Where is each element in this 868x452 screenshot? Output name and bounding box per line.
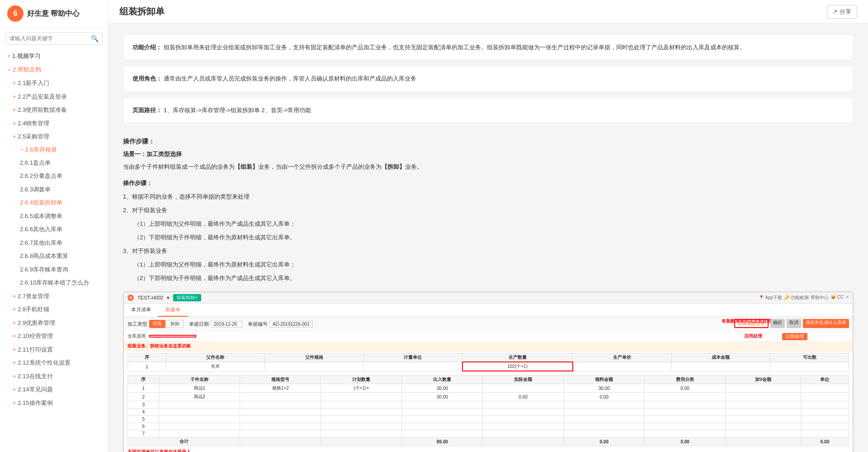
search-input[interactable] xyxy=(9,35,91,42)
content-area: 功能介绍： 组装拆卸单用来处理企业组装或拆卸等加工业务，支持有固定装配清单的产品… xyxy=(108,24,868,452)
expand-icon: + xyxy=(7,53,10,59)
mock-save-btn[interactable]: 保存并生成出入库单 xyxy=(803,319,849,328)
collapse-icon: − xyxy=(20,146,24,153)
sidebar-item-docs-212[interactable]: + 2.12系统个性化设置 xyxy=(13,356,108,370)
main-content: 组装拆卸单 ↗ 分享 功能介绍： 组装拆卸单用来处理企业组装或拆卸等加工业务，支… xyxy=(108,0,868,452)
app-title: 好生意 帮助中心 xyxy=(27,9,80,19)
mock-doc-no-input[interactable]: AD-20191226-001 xyxy=(269,321,313,328)
step3-subs: （1）上部明细为父件明细，最终作为原材料生成其它出库单； （2）下部明细为子件明… xyxy=(123,259,854,284)
sidebar-item-docs-27[interactable]: + 2.7资金管理 xyxy=(13,290,108,303)
mock-form-header: 加工类型 组装 拆卸 单据日期 2019-12-26 单据编号 xyxy=(124,317,853,331)
share-icon: ↗ xyxy=(833,8,838,15)
mock-doc-date-input[interactable]: 2019-12-26 xyxy=(211,321,242,328)
sidebar-item-docs-28[interactable]: + 2.8手机旺铺 xyxy=(13,303,108,316)
mock-enable-btn[interactable]: 立即处理 xyxy=(782,333,807,340)
mock-tabs-bar: 本月清单 新建单 xyxy=(124,304,853,317)
mock-topright: 📍 App下载 🔑 功能检测 帮助中心 🐱 CC ✕ xyxy=(759,295,849,301)
search-icon: 🔍 xyxy=(91,35,99,42)
sidebar-item-268[interactable]: 2.6.8商品成本重算 xyxy=(20,249,108,263)
table-row: 4 xyxy=(128,409,849,416)
mock-new-btn[interactable]: 组装拆卸+ xyxy=(173,294,201,301)
step2: 2、对于组装业务 xyxy=(123,205,854,216)
mock-select-assembly-btn[interactable]: 选择装配清单 xyxy=(734,319,769,328)
expand-icon: + xyxy=(13,93,18,100)
step1: 1、根据不同的业务，选择不同单据的类型来处理 xyxy=(123,191,854,203)
table-row: 2 商品2 30.00 0.00 0.00 xyxy=(128,393,849,401)
mock-tab-new[interactable]: 新建单 xyxy=(158,304,188,317)
screenshot-container: 6 TEST-H002 ▾ 组装拆卸+ 📍 App下载 🔑 功能检测 帮助中心 … xyxy=(123,291,854,452)
mock-lower-table: 序 子件名称 规格型号 计划数量 出入数量 实际金额 领料金额 费用分类 加V金… xyxy=(127,375,849,446)
sidebar-item-264[interactable]: 2.6.4组装拆卸单 xyxy=(20,196,108,209)
intro-section: 功能介绍： 组装拆卸单用来处理企业组装或拆卸等加工业务，支持有固定装配清单的产品… xyxy=(123,34,854,60)
sidebar-item-2610[interactable]: 2.6.10库存账本错了怎么办 xyxy=(20,276,108,290)
mock-titlebar: 6 TEST-H002 ▾ 组装拆卸+ 📍 App下载 🔑 功能检测 帮助中心 … xyxy=(124,292,853,304)
table-row: 5 xyxy=(128,416,849,423)
mock-enable-row: 仓库选用 启用处理 立即处理 xyxy=(124,331,853,342)
sidebar-item-video[interactable]: + 1.视频学习 xyxy=(0,49,108,63)
mock-field-doc-no: 单据编号 AD-20191226-001 xyxy=(248,321,313,328)
logo-icon: 6 xyxy=(7,5,24,22)
mock-close[interactable]: ✕ xyxy=(845,295,849,301)
share-button[interactable]: ↗ 分享 xyxy=(827,5,857,19)
sidebar-item-265[interactable]: 2.6.5成本调整单 xyxy=(20,209,108,223)
sidebar-item-267[interactable]: 2.6.7其他出库单 xyxy=(20,236,108,250)
step2-sub2: （2）下部明细为子件明细，最终作为原材料生成其它出库单。 xyxy=(134,232,854,243)
scene1-desc: 当由多个子件材料组装成一个成品的业务为【组装】业务，当由一个父件拆分成多个子产品… xyxy=(123,161,854,173)
collapse-icon: − xyxy=(7,66,11,73)
step3-sub1: （1）上部明细为父件明细，最终作为原材料生成其它出库单； xyxy=(134,259,854,271)
table-row: 1 关术 102(个+1) xyxy=(128,362,849,371)
sidebar-item-docs-215[interactable]: + 2.15操作案例 xyxy=(13,396,108,410)
sidebar-item-docs-22[interactable]: + 2.2产品安装及登录 xyxy=(13,90,108,104)
sidebar-item-docs-21[interactable]: + 2.1新手入门 xyxy=(13,76,108,90)
mock-annotation2-row: 组装业务、拆卸业务在这里切换 xyxy=(124,342,853,351)
path-label: 页面路径： xyxy=(132,107,162,114)
path-section: 页面路径： 1、库存核算->库存管理->组装拆卸单 2、首页->常用功能 xyxy=(123,97,854,123)
sidebar-item-docs-25[interactable]: + 2.5采购管理 xyxy=(13,130,108,143)
sidebar-item-269[interactable]: 2.6.9库存账本查询 xyxy=(20,263,108,276)
sidebar-item-262[interactable]: 2.6.2分量盘点单 xyxy=(20,169,108,183)
mock-type-assemble[interactable]: 组装 xyxy=(149,320,165,328)
intro-text: 组装拆卸单用来处理企业组装或拆卸等加工业务，支持有固定装配清单的产品加工业务，也… xyxy=(164,44,745,51)
table-row: 7 xyxy=(128,430,849,438)
mock-confirm-btn[interactable]: 确定 xyxy=(770,319,785,328)
sidebar-item-docs-23[interactable]: + 2.3使用前数据准备 xyxy=(13,103,108,117)
sidebar-item-docs-214[interactable]: + 2.14常见问题 xyxy=(13,383,108,396)
mock-cancel-btn[interactable]: 取消 xyxy=(787,319,801,328)
sidebar-item-docs-26[interactable]: − 2.6库存核算 xyxy=(13,143,108,156)
mock-field-doc-date: 单据日期 2019-12-26 xyxy=(189,321,242,328)
sidebar-sub-docs: + 2.1新手入门 + 2.2产品安装及登录 + 2.3使用前数据准备 + 2.… xyxy=(0,76,108,409)
sidebar-item-docs-24[interactable]: + 2.4销售管理 xyxy=(13,117,108,130)
sidebar-item-docs-210[interactable]: + 2.10经营管理 xyxy=(13,329,108,343)
annotation3: 启用处理 xyxy=(744,333,762,339)
sidebar-item-263[interactable]: 2.6.3调拨单 xyxy=(20,183,108,196)
role-text: 通常由生产人员或库管人员完成拆装业务的操作，库管人员确认原材料的出库和产成品的入… xyxy=(164,75,416,82)
sidebar-item-docs-29[interactable]: + 2.9优惠券管理 xyxy=(13,316,108,330)
sidebar-nav: + 1.视频学习 − 2.帮助文档 + 2.1新手入门 + 2.2产品安装及登录… xyxy=(0,49,108,452)
sidebar-item-261[interactable]: 2.6.1盘点单 xyxy=(20,156,108,170)
sidebar-item-docs[interactable]: − 2.帮助文档 xyxy=(0,63,108,76)
mock-lower-table-container: 序 子件名称 规格型号 计划数量 出入数量 实际金额 领料金额 费用分类 加V金… xyxy=(124,373,853,448)
search-box[interactable]: 🔍 xyxy=(5,32,103,45)
sidebar-item-label: 2.帮助文档 xyxy=(13,66,41,74)
sidebar-item-docs-211[interactable]: + 2.11打印设置 xyxy=(13,343,108,357)
annotation2-text: 组装业务、拆卸业务在这里切换 xyxy=(127,343,191,349)
expand-icon: + xyxy=(13,80,18,86)
mock-app: 6 TEST-H002 ▾ 组装拆卸+ 📍 App下载 🔑 功能检测 帮助中心 … xyxy=(123,292,853,452)
role-section: 使用角色： 通常由生产人员或库管人员完成拆装业务的操作，库管人员确认原材料的出库… xyxy=(123,66,854,91)
mock-upper-table-header: 序 父件名称 父件规格 计量单位 生产数量 生产单价 成本金额 可出数 xyxy=(128,353,849,362)
table-footer-row: 合计 89.00 0.00 0.00 0.00 xyxy=(128,438,849,446)
mock-tab-list[interactable]: 本月清单 xyxy=(124,304,158,317)
scene1-desc-text: 当由多个子件材料组装成一个成品的业务为【组装】业务，当由一个父件拆分成多个子产品… xyxy=(123,161,854,173)
mock-warehouse-input[interactable] xyxy=(149,335,196,338)
intro-label: 功能介绍： xyxy=(132,44,162,51)
table-row: 6 xyxy=(128,423,849,430)
sidebar-item-docs-213[interactable]: + 2.13在线支付 xyxy=(13,370,108,383)
sidebar-sub-26: 2.6.1盘点单 2.6.2分量盘点单 2.6.3调拨单 2.6.4组装拆卸单 … xyxy=(13,156,108,290)
mock-type-disassemble[interactable]: 拆卸 xyxy=(166,320,184,328)
sidebar: 6 好生意 帮助中心 🔍 + 1.视频学习 − 2.帮助文档 + 2.1新手入门… xyxy=(0,0,108,452)
sidebar-item-label: 1.视频学习 xyxy=(12,52,41,60)
table-row: 3 xyxy=(128,401,849,409)
mock-annotation4-row: 无固定清单可以直接在这里录入 xyxy=(124,448,853,452)
mock-field-date: 加工类型 组装 拆卸 xyxy=(127,320,184,328)
sidebar-item-266[interactable]: 2.6.6其他入库单 xyxy=(20,223,108,236)
